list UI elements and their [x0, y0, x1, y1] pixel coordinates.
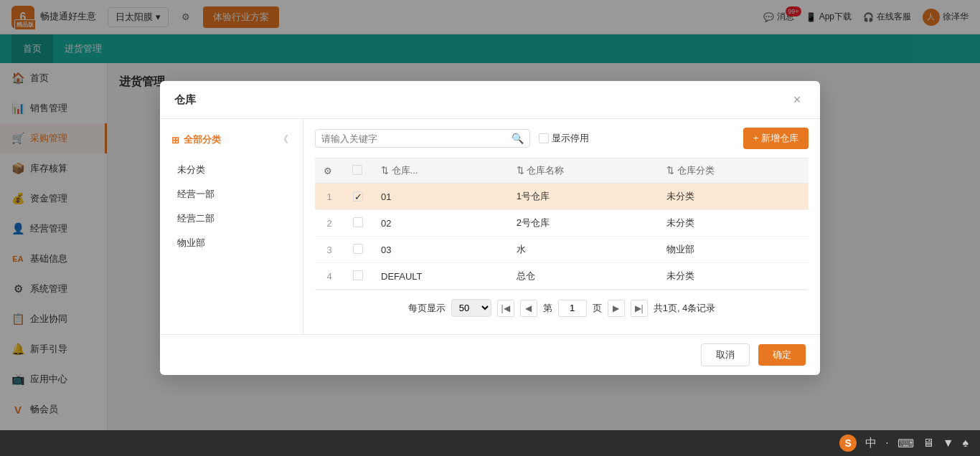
search-box: 🔍 — [315, 129, 530, 148]
row-category: 物业部 — [658, 237, 809, 263]
category-item-ops2[interactable]: 经营二部 — [160, 206, 303, 231]
zh-icon[interactable]: 中 — [865, 436, 877, 451]
row-checkbox[interactable]: ✓ — [353, 191, 363, 201]
row-checkbox-cell — [344, 210, 372, 237]
row-actions: 2 — [315, 210, 344, 237]
show-disabled-checkbox[interactable] — [539, 133, 549, 143]
row-actions: 4 — [315, 263, 344, 290]
row-checkbox[interactable] — [353, 217, 363, 227]
row-index: 02 — [372, 210, 508, 237]
category-item-property[interactable]: 物业部 — [160, 231, 303, 255]
row-checkbox-cell — [344, 263, 372, 290]
row-name: 水 — [508, 237, 659, 263]
next-page-button[interactable]: ▶ — [608, 300, 625, 317]
row-category: 未分类 — [658, 263, 809, 290]
last-page-button[interactable]: ▶| — [631, 300, 648, 317]
category-header: ⊞ 全部分类 《 — [160, 128, 303, 152]
warehouse-modal: 仓库 × ⊞ 全部分类 《 未分类 经营一部 经营二部 物业部 — [160, 81, 820, 375]
dot-icon: · — [885, 437, 888, 450]
confirm-button[interactable]: 确定 — [758, 344, 806, 366]
col-header-id: ⇅ 仓库... — [372, 158, 508, 184]
keyboard-icon[interactable]: ⌨ — [897, 437, 914, 450]
table-container: ⚙ ⇅ 仓库... ⇅ 仓库名称 — [315, 158, 809, 290]
col-header-gear: ⚙ — [315, 158, 344, 184]
table-row[interactable]: 1 ✓ 01 1号仓库 未分类 — [315, 184, 809, 210]
table-row[interactable]: 4 DEFAULT 总仓 未分类 — [315, 263, 809, 290]
first-page-button[interactable]: |◀ — [497, 300, 514, 317]
table-panel: 🔍 显示停用 + 新增仓库 ⚙ — [303, 119, 820, 334]
select-all-checkbox[interactable] — [352, 165, 362, 175]
page-number-input[interactable] — [558, 300, 587, 317]
modal-body: ⊞ 全部分类 《 未分类 经营一部 经营二部 物业部 🔍 — [160, 119, 820, 334]
table-header-row: ⚙ ⇅ 仓库... ⇅ 仓库名称 — [315, 158, 809, 184]
bottombar: S 中 · ⌨ 🖥 ▼ ♠ — [0, 430, 980, 456]
table-row[interactable]: 3 03 水 物业部 — [315, 237, 809, 263]
pagination: 每页显示 50 100 |◀ ◀ 第 页 ▶ ▶| 共1页, 4条记录 — [315, 290, 809, 326]
row-index: 01 — [372, 184, 508, 210]
modal-header: 仓库 × — [160, 81, 820, 119]
arrow-icon[interactable]: ▼ — [943, 437, 954, 450]
row-index: 03 — [372, 237, 508, 263]
category-all[interactable]: ⊞ 全部分类 — [171, 133, 221, 146]
s-logo: S — [839, 434, 857, 452]
col-header-name: ⇅ 仓库名称 — [508, 158, 659, 184]
add-warehouse-button[interactable]: + 新增仓库 — [743, 128, 809, 149]
search-input[interactable] — [321, 133, 509, 144]
col-header-check — [344, 158, 372, 184]
category-panel: ⊞ 全部分类 《 未分类 经营一部 经营二部 物业部 — [160, 119, 303, 334]
modal-title: 仓库 — [174, 93, 196, 107]
row-index: DEFAULT — [372, 263, 508, 290]
show-disabled-label: 显示停用 — [552, 132, 589, 145]
modal-overlay: 仓库 × ⊞ 全部分类 《 未分类 经营一部 经营二部 物业部 — [0, 0, 980, 456]
page-word: 第 — [543, 302, 552, 315]
spade-icon: ♠ — [963, 437, 969, 450]
search-icon[interactable]: 🔍 — [512, 133, 524, 144]
category-item-uncategorized[interactable]: 未分类 — [160, 158, 303, 182]
grid-icon: ⊞ — [171, 135, 179, 146]
table-row[interactable]: 2 02 2号仓库 未分类 — [315, 210, 809, 237]
page-unit: 页 — [593, 302, 602, 315]
row-checkbox[interactable] — [353, 270, 363, 280]
category-all-label: 全部分类 — [184, 133, 221, 146]
modal-close-button[interactable]: × — [788, 91, 806, 108]
row-checkbox-cell — [344, 237, 372, 263]
row-checkbox-cell: ✓ — [344, 184, 372, 210]
per-page-select[interactable]: 50 100 — [451, 299, 491, 317]
col-header-category: ⇅ 仓库分类 — [658, 158, 809, 184]
row-name: 总仓 — [508, 263, 659, 290]
row-number: 2 — [326, 218, 331, 229]
row-category: 未分类 — [658, 210, 809, 237]
per-page-label: 每页显示 — [408, 302, 446, 315]
row-category: 未分类 — [658, 184, 809, 210]
monitor-icon[interactable]: 🖥 — [923, 437, 934, 450]
row-number: 4 — [326, 271, 331, 282]
category-item-ops1[interactable]: 经营一部 — [160, 182, 303, 206]
row-number: 3 — [326, 244, 331, 255]
table-toolbar: 🔍 显示停用 + 新增仓库 — [315, 128, 809, 149]
row-number: 1 — [326, 191, 331, 202]
total-info: 共1页, 4条记录 — [654, 302, 716, 315]
row-checkbox[interactable] — [353, 244, 363, 254]
row-actions: 3 — [315, 237, 344, 263]
row-actions: 1 — [315, 184, 344, 210]
modal-footer: 取消 确定 — [160, 334, 820, 375]
collapse-button[interactable]: 《 — [275, 132, 291, 148]
cancel-button[interactable]: 取消 — [701, 343, 750, 366]
row-name: 1号仓库 — [508, 184, 659, 210]
row-name: 2号仓库 — [508, 210, 659, 237]
warehouse-table: ⚙ ⇅ 仓库... ⇅ 仓库名称 — [315, 158, 809, 290]
prev-page-button[interactable]: ◀ — [520, 300, 537, 317]
show-disabled-toggle[interactable]: 显示停用 — [539, 132, 589, 145]
